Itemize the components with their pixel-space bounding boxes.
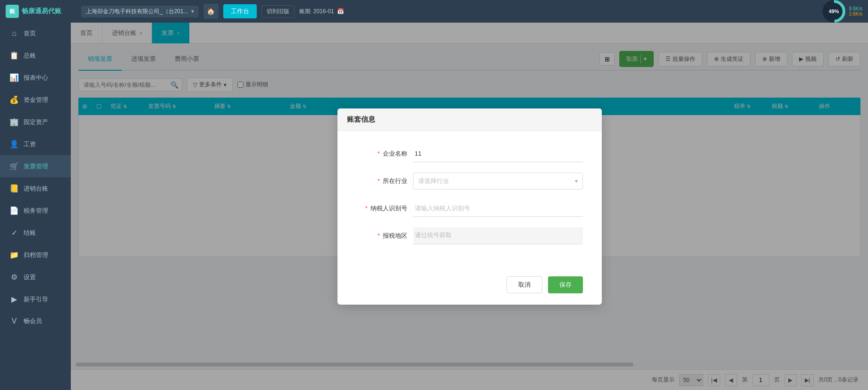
- sidebar-label-reports: 报表中心: [24, 74, 48, 82]
- period-label: 账期: [299, 8, 311, 16]
- old-version-button[interactable]: 切到旧版: [261, 5, 295, 18]
- sidebar-item-purchase-sales[interactable]: 📒 进销台账: [0, 177, 71, 199]
- sidebar-item-assets[interactable]: 🏢 固定资产: [0, 111, 71, 133]
- speed-down: 2.6K/s: [849, 11, 862, 17]
- input-tax-id[interactable]: [413, 200, 583, 217]
- input-company[interactable]: [413, 145, 583, 162]
- sidebar-item-guide[interactable]: ▶ 新手引导: [0, 288, 71, 310]
- modal-overlay: 账套信息 * 企业名称 * 所在行业: [71, 23, 868, 390]
- sidebar-label-funds: 资金管理: [24, 96, 48, 104]
- payroll-icon: 👤: [9, 140, 19, 149]
- sidebar-label-purchase-sales: 进销台账: [24, 184, 48, 193]
- select-industry[interactable]: 请选择行业 ▾: [413, 173, 583, 190]
- sidebar-item-ledger[interactable]: 📋 总账: [0, 44, 71, 66]
- invoice-icon: 🛒: [9, 162, 19, 171]
- settings-icon: ⚙: [9, 273, 19, 282]
- company-name: 上海卯金刀电子科技有限公司_（台201...: [86, 8, 188, 16]
- company-selector[interactable]: 上海卯金刀电子科技有限公司_（台201... ▾: [81, 6, 199, 17]
- top-bar: 账 畅康通易代账 上海卯金刀电子科技有限公司_（台201... ▾ 🏠 工作台 …: [0, 0, 868, 23]
- workbench-button[interactable]: 工作台: [223, 4, 257, 18]
- sidebar-item-settings[interactable]: ⚙ 设置: [0, 266, 71, 288]
- top-bar-right: 49% 8.5K/s 2.6K/s: [823, 0, 862, 23]
- dialog-header: 账套信息: [337, 108, 602, 131]
- speed-up: 8.5K/s: [849, 6, 862, 11]
- sidebar-item-member[interactable]: V 畅会员: [0, 310, 71, 332]
- sidebar-item-archive[interactable]: 📁 归档管理: [0, 244, 71, 266]
- sidebar-item-home[interactable]: ⌂ 首页: [0, 23, 71, 44]
- progress-circle: 49%: [823, 0, 845, 23]
- sidebar-label-archive: 归档管理: [24, 251, 48, 259]
- required-star-company: *: [378, 150, 380, 157]
- closing-icon: ✓: [9, 228, 19, 237]
- label-company: * 企业名称: [356, 149, 413, 158]
- select-industry-placeholder: 请选择行业: [418, 177, 575, 185]
- save-button[interactable]: 保存: [548, 276, 583, 293]
- sidebar-label-guide: 新手引导: [24, 295, 48, 304]
- label-industry-text: 所在行业: [383, 177, 407, 184]
- calendar-icon[interactable]: 📅: [337, 8, 344, 15]
- sidebar-item-payroll[interactable]: 👤 工资: [0, 133, 71, 155]
- guide-icon: ▶: [9, 295, 19, 304]
- form-row-industry: * 所在行业 请选择行业 ▾: [356, 173, 583, 190]
- sidebar-label-tax: 税务管理: [24, 207, 48, 215]
- required-star-industry: *: [378, 177, 380, 184]
- sidebar-label-payroll: 工资: [24, 140, 36, 149]
- member-icon: V: [9, 317, 19, 325]
- home-icon: ⌂: [9, 29, 19, 38]
- speed-values: 8.5K/s 2.6K/s: [849, 6, 862, 17]
- required-star-tax-region: *: [378, 232, 380, 239]
- select-industry-chevron: ▾: [575, 178, 578, 184]
- purchase-sales-icon: 📒: [9, 184, 19, 193]
- dialog: 账套信息 * 企业名称 * 所在行业: [337, 108, 602, 305]
- reports-icon: 📊: [9, 73, 19, 82]
- funds-icon: 💰: [9, 95, 19, 104]
- period-value: 2016-01: [313, 8, 334, 15]
- dialog-body: * 企业名称 * 所在行业 请选择行业 ▾: [337, 131, 602, 269]
- sidebar-label-invoice: 发票管理: [24, 162, 48, 171]
- logo-icon: 账: [6, 5, 19, 18]
- assets-icon: 🏢: [9, 117, 19, 126]
- tax-region-placeholder: 通过税号获取: [415, 231, 452, 240]
- cancel-button[interactable]: 取消: [506, 276, 542, 293]
- network-status: 49% 8.5K/s 2.6K/s: [823, 0, 862, 23]
- sidebar-label-closing: 结账: [24, 229, 36, 237]
- app-logo: 账 畅康通易代账: [6, 5, 76, 18]
- main-content: 首页 进销台账 × 发票 × 销项发票 进项发票 费用小票 ⊞: [71, 23, 868, 390]
- sidebar: ⌂ 首页 📋 总账 📊 报表中心 💰 资金管理 🏢 固定资产 👤 工资 🛒 发票…: [0, 23, 71, 390]
- form-row-tax-id: * 纳税人识别号: [356, 200, 583, 217]
- archive-icon: 📁: [9, 250, 19, 259]
- ledger-icon: 📋: [9, 51, 19, 60]
- form-row-company: * 企业名称: [356, 145, 583, 162]
- sidebar-label-assets: 固定资产: [24, 118, 48, 126]
- label-tax-id: * 纳税人识别号: [356, 204, 413, 213]
- label-industry: * 所在行业: [356, 177, 413, 185]
- label-company-text: 企业名称: [383, 150, 407, 157]
- form-row-tax-region: * 报税地区 通过税号获取: [356, 227, 583, 244]
- sidebar-item-invoice[interactable]: 🛒 发票管理: [0, 155, 71, 177]
- sidebar-label-settings: 设置: [24, 273, 36, 282]
- label-tax-region: * 报税地区: [356, 232, 413, 240]
- company-icon-btn[interactable]: 🏠: [203, 4, 219, 19]
- progress-pct: 49%: [826, 3, 843, 20]
- sidebar-item-closing[interactable]: ✓ 结账: [0, 222, 71, 244]
- sidebar-item-reports[interactable]: 📊 报表中心: [0, 66, 71, 89]
- sidebar-item-funds[interactable]: 💰 资金管理: [0, 89, 71, 111]
- dialog-title: 账套信息: [347, 115, 375, 123]
- sidebar-label-home: 首页: [24, 29, 36, 38]
- sidebar-label-member: 畅会员: [24, 317, 42, 325]
- app-name: 畅康通易代账: [22, 7, 61, 16]
- label-tax-id-text: 纳税人识别号: [371, 205, 407, 212]
- input-tax-region-disabled: 通过税号获取: [413, 227, 583, 244]
- dialog-footer: 取消 保存: [337, 269, 602, 305]
- sidebar-label-ledger: 总账: [24, 51, 36, 60]
- required-star-tax-id: *: [365, 205, 368, 212]
- company-dropdown-arrow: ▾: [191, 8, 194, 15]
- period-info: 账期 2016-01 📅: [299, 8, 344, 16]
- tax-icon: 📄: [9, 206, 19, 215]
- label-tax-region-text: 报税地区: [383, 232, 407, 239]
- sidebar-item-tax[interactable]: 📄 税务管理: [0, 199, 71, 222]
